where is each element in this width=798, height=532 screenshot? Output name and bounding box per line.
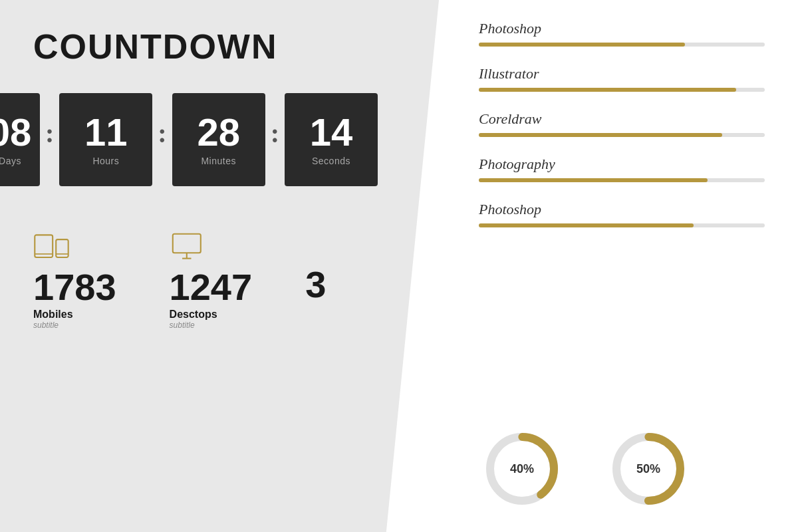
donut-0: 40%	[479, 426, 565, 512]
skill-bar-bg-4	[479, 223, 765, 227]
skills-section: PhotoshopIllustratorCoreldrawPhotography…	[479, 20, 765, 412]
left-panel: COUNTDOWN 08 Days : 11 Hours : 28 Minute…	[0, 0, 439, 532]
skill-item-0: Photoshop	[479, 20, 765, 47]
skill-bar-bg-0	[479, 43, 765, 47]
minutes-box: 28 Minutes	[172, 93, 265, 186]
skill-bar-fill-4	[479, 223, 694, 227]
donut-label-0: 40%	[510, 462, 534, 476]
desktops-title: Desctops	[170, 309, 217, 321]
countdown-boxes: 08 Days : 11 Hours : 28 Minutes : 14 Sec…	[0, 86, 439, 193]
donuts-section: 40%50%	[479, 412, 765, 512]
donut-label-1: 50%	[636, 462, 660, 476]
skill-name-4: Photoshop	[479, 201, 765, 218]
stats-section: 1783 Mobiles subtitle 1247 Desctops subt…	[0, 193, 439, 330]
skill-bar-bg-3	[479, 178, 765, 182]
seconds-box: 14 Seconds	[285, 93, 378, 186]
svg-rect-4	[172, 234, 200, 253]
mobile-icon	[33, 233, 73, 263]
countdown-title: COUNTDOWN	[0, 0, 439, 86]
stat-other: 3	[305, 233, 326, 303]
other-number: 3	[305, 266, 326, 303]
desktops-subtitle: subtitle	[170, 321, 195, 330]
hours-label: Hours	[92, 156, 119, 166]
skill-bar-fill-1	[479, 88, 736, 92]
stat-mobiles: 1783 Mobiles subtitle	[33, 233, 116, 330]
skill-bar-fill-3	[479, 178, 708, 182]
separator-2: :	[152, 118, 172, 149]
minutes-number: 28	[197, 113, 240, 152]
seconds-label: Seconds	[312, 156, 350, 166]
skill-item-4: Photoshop	[479, 201, 765, 227]
svg-rect-2	[56, 239, 68, 257]
skill-name-2: Coreldraw	[479, 110, 765, 128]
skill-item-2: Coreldraw	[479, 110, 765, 137]
mobiles-number: 1783	[33, 269, 116, 306]
skill-name-1: Illustrator	[479, 65, 765, 82]
mobiles-subtitle: subtitle	[33, 321, 59, 330]
skill-name-0: Photoshop	[479, 20, 765, 37]
hours-box: 11 Hours	[59, 93, 152, 186]
skill-item-3: Photography	[479, 156, 765, 182]
stat-desktops: 1247 Desctops subtitle	[170, 233, 253, 330]
desktop-icon	[170, 233, 209, 263]
skill-bar-bg-2	[479, 133, 765, 137]
skill-bar-fill-2	[479, 133, 722, 137]
skill-name-3: Photography	[479, 156, 765, 173]
separator-3: :	[265, 118, 285, 149]
skill-bar-bg-1	[479, 88, 765, 92]
desktops-number: 1247	[170, 269, 253, 306]
mobiles-title: Mobiles	[33, 309, 73, 321]
days-number: 08	[0, 113, 31, 152]
separator-1: :	[40, 118, 59, 149]
skill-bar-fill-0	[479, 43, 685, 47]
days-label: Days	[0, 156, 21, 166]
minutes-label: Minutes	[201, 156, 236, 166]
hours-number: 11	[84, 113, 128, 152]
donut-1: 50%	[605, 426, 692, 512]
days-box: 08 Days	[0, 93, 40, 186]
right-panel: PhotoshopIllustratorCoreldrawPhotography…	[439, 0, 798, 532]
seconds-number: 14	[310, 113, 353, 152]
skill-item-1: Illustrator	[479, 65, 765, 92]
